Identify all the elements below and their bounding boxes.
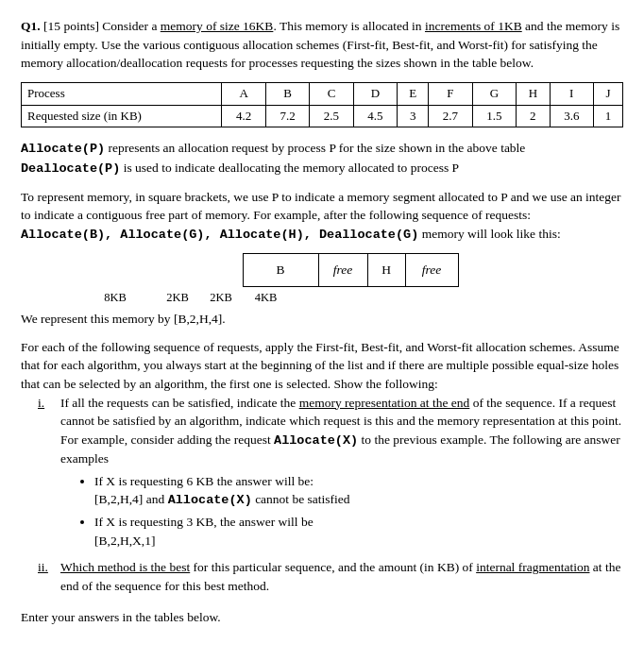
instructions-section: For each of the following sequence of re…: [21, 338, 623, 595]
allocate-x-mono: Allocate(X): [274, 433, 358, 448]
table-header-c: C: [310, 82, 353, 105]
allocate-description: Allocate(P) represents an allocation req…: [21, 139, 623, 159]
roman-i: i.: [38, 394, 55, 553]
table-header-g: G: [472, 82, 516, 105]
table-val-f: 2.7: [429, 105, 472, 127]
roman-ii: ii.: [38, 558, 55, 595]
table-header-i: I: [550, 82, 593, 105]
allocate-text: represents an allocation request by proc…: [109, 141, 526, 155]
deallocate-description: Deallocate(P) is used to indicate deallo…: [21, 159, 623, 178]
table-header-a: A: [222, 82, 265, 105]
question-header: Q1. [15 points] Consider a memory of siz…: [21, 17, 623, 73]
allocate-section: Allocate(P) represents an allocation req…: [21, 139, 623, 178]
list-item-i: i. If all the requests can be satisfied,…: [38, 394, 623, 553]
representation-section: We represent this memory by [B,2,H,4].: [21, 310, 623, 329]
instructions-intro: For each of the following sequence of re…: [21, 338, 623, 394]
list-item-ii: ii. Which method is the best for this pa…: [38, 558, 623, 595]
question-intro: Q1. [15 points] Consider a memory of siz…: [21, 17, 623, 73]
sequence-example: Allocate(B), Allocate(G), Allocate(H), D…: [21, 228, 418, 242]
table-val-a: 4.2: [222, 105, 265, 127]
answer-prompt-section: Enter your answers in the tables below.: [21, 608, 623, 627]
bullet-list: If X is requesting 6 KB the answer will …: [60, 472, 623, 550]
best-method-underline: Which method is the best: [60, 560, 190, 574]
deallocate-text: is used to indicate deallocating the mem…: [124, 161, 459, 175]
question-points: [15 points]: [43, 19, 99, 33]
roman-list: i. If all the requests can be satisfied,…: [21, 394, 623, 596]
mem-label-h: 2KB: [202, 289, 240, 306]
memory-diagram: B free H free: [243, 253, 459, 287]
table-header-h: H: [517, 82, 551, 105]
representation-text: We represent this memory by [B,2,H,4].: [21, 310, 623, 329]
table-val-i: 3.6: [550, 105, 593, 127]
memory-size-ref: memory of size 16KB: [161, 19, 274, 33]
table-val-e: 3: [398, 105, 429, 127]
memory-labels: 8KB 2KB 2KB 4KB: [77, 289, 623, 306]
mem-label-b: 8KB: [77, 289, 153, 306]
mem-cell-free2: free: [406, 254, 458, 286]
table-header-d: D: [353, 82, 397, 105]
answer-prompt-text: Enter your answers in the tables below.: [21, 608, 623, 627]
table-val-b: 7.2: [265, 105, 309, 127]
mem-cell-free1: free: [319, 254, 368, 286]
internal-frag-underline: internal fragmentation: [476, 560, 589, 574]
table-header-f: F: [429, 82, 472, 105]
mem-label-free2: 4KB: [240, 289, 292, 306]
memory-description-section: To represent memory, in square brackets,…: [21, 188, 623, 245]
table-val-g: 1.5: [472, 105, 516, 127]
table-val-c: 2.5: [310, 105, 353, 127]
deallocate-mono: Deallocate(P): [21, 161, 120, 176]
mem-cell-h: H: [368, 254, 406, 286]
memory-rep-underline: memory representation at the end: [299, 396, 470, 410]
table-header-e: E: [398, 82, 429, 105]
table-row-label: Requested size (in KB): [22, 105, 222, 127]
table-header-b: B: [265, 82, 309, 105]
table-header-j: J: [593, 82, 622, 105]
memory-desc-text: To represent memory, in square brackets,…: [21, 188, 623, 245]
allocate-mono: Allocate(P): [21, 142, 105, 156]
memory-diagram-wrapper: B free H free 8KB 2KB 2KB 4KB: [77, 253, 623, 306]
bullet-item-1: If X is requesting 6 KB the answer will …: [94, 472, 623, 510]
process-table: Process A B C D E F G H I J Requested si…: [21, 82, 623, 128]
table-header-process: Process: [22, 82, 222, 105]
allocate-x-mono-2: Allocate(X): [168, 493, 252, 507]
item-i-content: If all the requests can be satisfied, in…: [60, 394, 623, 553]
item-ii-content: Which method is the best for this partic…: [60, 558, 623, 595]
table-val-d: 4.5: [353, 105, 397, 127]
table-val-j: 1: [593, 105, 622, 127]
table-val-h: 2: [517, 105, 551, 127]
mem-label-free1: 2KB: [153, 289, 202, 306]
mem-cell-b: B: [244, 254, 319, 286]
increments-ref: increments of 1KB: [425, 19, 522, 33]
bullet-item-2: If X is requesting 3 KB, the answer will…: [94, 513, 623, 550]
question-number: Q1.: [21, 19, 41, 33]
